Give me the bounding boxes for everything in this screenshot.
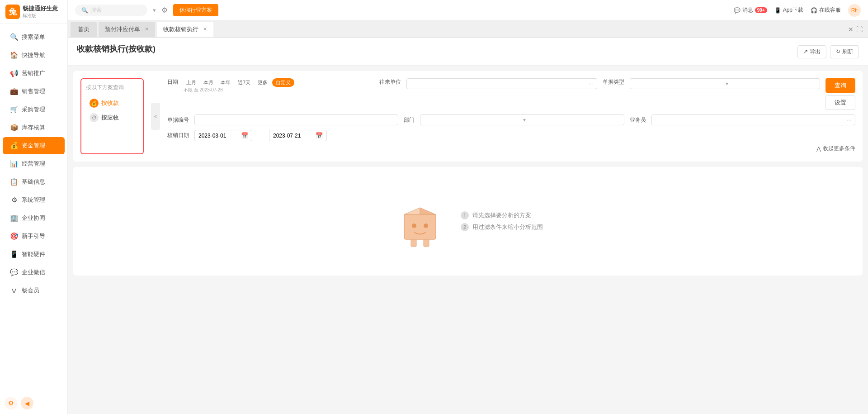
collapse-more-button[interactable]: ⋀ 收起更多条件 [167, 143, 855, 154]
online-service-button[interactable]: 🎧 在线客服 [811, 6, 841, 14]
main-area: 🔍 搜索 ▾ ⚙ 休假行业方案 💬 消息 99+ 📱 App下载 🎧 在线客服 … [68, 0, 868, 414]
dept-field[interactable]: ▾ [420, 114, 624, 125]
settings-bottom-icon[interactable]: ⚙ [5, 397, 17, 409]
sidebar-item-label: 快捷导航 [22, 51, 45, 59]
collapse-more-label: 收起更多条件 [823, 145, 855, 152]
staff-field[interactable]: ··· [651, 114, 855, 125]
header-gear-icon[interactable]: ⚙ [161, 6, 168, 14]
verify-date-end-input[interactable] [273, 133, 314, 139]
sidebar-item-member[interactable]: V 畅会员 [3, 282, 65, 299]
sidebar-item-sales[interactable]: 💼 销售管理 [3, 83, 65, 100]
tab-collection-label: 收款核销执行 [163, 25, 198, 33]
receipt-option-icon: 💰 [90, 99, 99, 108]
date-more[interactable]: 更多 [255, 78, 270, 87]
bill-type-field[interactable]: ▾ [630, 78, 820, 89]
app-download-label: App下载 [783, 6, 803, 14]
form-row-2: 单据编号 部门 ▾ 业务员 ··· [167, 114, 855, 125]
user-profile[interactable]: Rit [848, 4, 861, 17]
sidebar-item-label: 采购管理 [22, 105, 45, 114]
tab-prepay[interactable]: 预付冲应付单 ✕ [99, 22, 155, 37]
inventory-icon: 📦 [10, 124, 18, 132]
header-dropdown-icon[interactable]: ▾ [153, 7, 156, 14]
svg-marker-1 [404, 208, 420, 214]
step2-text: 用过滤条件来缩小分析范围 [472, 223, 543, 231]
tab-home[interactable]: 首页 [71, 22, 97, 37]
refresh-label: 刷新 [842, 48, 853, 56]
sidebar-item-label: 智能硬件 [22, 250, 45, 258]
date-custom[interactable]: 自定义 [272, 78, 294, 87]
sidebar-item-marketing[interactable]: 📢 营销推广 [3, 65, 65, 82]
sidebar-item-shortcut[interactable]: 🏠 快捷导航 [3, 47, 65, 64]
sidebar-item-search[interactable]: 🔍 搜索菜单 [3, 29, 65, 46]
tab-prepay-close[interactable]: ✕ [145, 26, 149, 32]
message-icon: 💬 [734, 7, 741, 14]
bill-type-dropdown-icon[interactable]: ▾ [726, 81, 816, 87]
export-button[interactable]: ↗ 导出 [797, 45, 826, 58]
sidebar-item-hardware[interactable]: 📱 智能硬件 [3, 246, 65, 263]
sidebar-menu: 🔍 搜索菜单 🏠 快捷导航 📢 营销推广 💼 销售管理 🛒 采购管理 📦 库存核… [0, 24, 67, 392]
basic-icon: 📋 [10, 178, 18, 186]
date-label: 日期 [167, 78, 178, 86]
sidebar-item-label: 新手引导 [22, 232, 45, 240]
user-name-short: Rit [851, 7, 858, 14]
refresh-button[interactable]: ↻ 刷新 [830, 45, 859, 58]
verify-date-label: 核销日期 [167, 132, 189, 139]
sidebar-item-operation[interactable]: 📊 经营管理 [3, 155, 65, 172]
online-service-label: 在线客服 [819, 6, 841, 14]
counterpart-field[interactable]: ··· [406, 78, 597, 89]
calendar-start-icon[interactable]: 📅 [241, 132, 248, 139]
header-search-bar[interactable]: 🔍 搜索 [75, 5, 147, 16]
finance-icon: 💰 [10, 142, 18, 150]
settings-form-button[interactable]: 设置 [826, 95, 855, 110]
sidebar-item-inventory[interactable]: 📦 库存核算 [3, 119, 65, 136]
marketing-icon: 📢 [10, 69, 18, 77]
date-this-month[interactable]: 本月 [201, 78, 216, 87]
filter-option-by-receivable[interactable]: ⏱ 按应收 [86, 110, 138, 125]
bill-type-label: 单据类型 [603, 78, 624, 86]
message-button[interactable]: 💬 消息 99+ [734, 6, 767, 14]
calendar-end-icon[interactable]: 📅 [316, 132, 323, 139]
tab-collection[interactable]: 收款核销执行 ✕ [157, 22, 213, 37]
bill-no-input[interactable] [198, 117, 394, 123]
staff-input[interactable] [656, 117, 845, 123]
counterpart-input[interactable] [410, 81, 586, 87]
filter-option-by-receipt[interactable]: 💰 按收款 [86, 96, 138, 110]
sidebar-item-basic[interactable]: 📋 基础信息 [3, 173, 65, 190]
date-last-month[interactable]: 上月 [184, 78, 199, 87]
date-this-year[interactable]: 本年 [218, 78, 233, 87]
sidebar-item-label: 经营管理 [22, 160, 45, 168]
sidebar-item-wechat[interactable]: 💬 企业微信 [3, 264, 65, 281]
date-last-7days[interactable]: 近7天 [235, 78, 253, 87]
brand-name: 畅捷通好生意 [23, 5, 58, 13]
industry-solution-button[interactable]: 休假行业方案 [173, 4, 218, 16]
counterpart-ellipsis[interactable]: ··· [589, 81, 593, 87]
verify-date-start-field[interactable]: 📅 [194, 130, 252, 141]
tab-collection-close[interactable]: ✕ [203, 26, 207, 32]
tab-expand-icon[interactable]: ⛶ [856, 26, 863, 33]
svg-rect-5 [411, 239, 416, 247]
sidebar-collapse-button[interactable]: ◀ [21, 397, 33, 409]
dept-dropdown-icon[interactable]: ▾ [523, 117, 620, 123]
bill-no-field[interactable] [194, 114, 398, 125]
empty-state-text: 1 请先选择要分析的方案 2 用过滤条件来缩小分析范围 [461, 211, 543, 231]
verify-date-end-field[interactable]: 📅 [269, 130, 327, 141]
date-range-separator: — [258, 132, 264, 139]
verify-date-start-input[interactable] [198, 133, 239, 139]
staff-ellipsis[interactable]: ··· [847, 117, 851, 123]
logo-icon: 兔 [5, 5, 20, 19]
query-button[interactable]: 查询 [826, 78, 855, 93]
sidebar-item-finance[interactable]: 💰 资金管理 [3, 137, 65, 154]
svg-point-3 [412, 224, 416, 228]
sidebar-item-enterprise[interactable]: 🏢 企业协同 [3, 209, 65, 227]
date-sublabel: 不限 至 2023-07-26 [184, 87, 374, 93]
purchase-icon: 🛒 [10, 105, 18, 114]
app-download-button[interactable]: 📱 App下载 [774, 6, 803, 14]
sidebar-item-guide[interactable]: 🎯 新手引导 [3, 228, 65, 245]
dept-label: 部门 [404, 116, 415, 124]
tab-close-all-icon[interactable]: ✕ [848, 26, 854, 33]
sidebar-item-purchase[interactable]: 🛒 采购管理 [3, 101, 65, 118]
filter-collapse-button[interactable]: « [151, 103, 160, 130]
receivable-option-icon: ⏱ [90, 113, 99, 122]
sidebar-item-system[interactable]: ⚙ 系统管理 [3, 191, 65, 209]
system-icon: ⚙ [10, 196, 18, 204]
